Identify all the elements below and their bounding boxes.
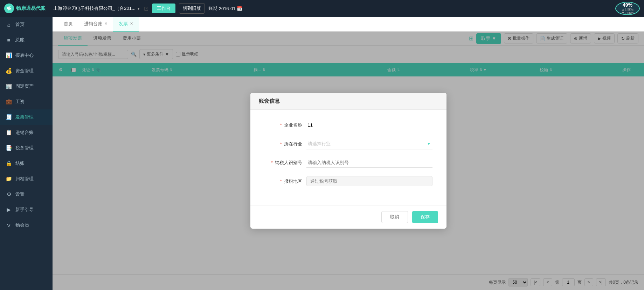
speed-percent: 49% bbox=[623, 2, 632, 8]
company-selector[interactable]: 上海卯金刀电子科技有限公司_（台201... ▼ bbox=[53, 5, 140, 12]
sidebar-label-vip: 畅会员 bbox=[15, 222, 29, 228]
account-info-modal: 账套信息 * 企业名称 bbox=[250, 93, 446, 229]
app-logo: 畅 畅康通易代账 bbox=[4, 4, 50, 13]
period-display: 账期 2016-01 📅 bbox=[208, 5, 243, 12]
sidebar-label-purchases: 进销台账 bbox=[15, 129, 34, 136]
sidebar-item-vip[interactable]: V 畅会员 bbox=[0, 217, 53, 233]
company-name-input[interactable] bbox=[306, 120, 432, 130]
period-value: 2016-01 bbox=[219, 6, 236, 11]
sidebar-label-ledger: 总账 bbox=[15, 37, 25, 43]
ledger-icon: ≡ bbox=[6, 37, 12, 43]
sidebar-item-tax[interactable]: 📑 税务管理 bbox=[0, 140, 53, 156]
report-icon: 📊 bbox=[6, 52, 12, 59]
tab-invoice-label: 发票 bbox=[119, 21, 128, 27]
industry-chevron-icon: ▼ bbox=[427, 141, 431, 146]
industry-label: * 所在行业 bbox=[264, 141, 306, 147]
tax-region-required: * bbox=[280, 178, 282, 184]
sidebar-label-settings: 设置 bbox=[15, 191, 25, 197]
main-content: 首页 进销台账 ✕ 发票 ✕ 销项发票 进项发票 费用 bbox=[53, 17, 644, 290]
sidebar-label-guide: 新手引导 bbox=[15, 207, 34, 213]
sidebar-item-report[interactable]: 📊 报表中心 bbox=[0, 48, 53, 63]
tax-id-required: * bbox=[271, 160, 273, 165]
sidebar-label-invoice: 发票管理 bbox=[15, 114, 34, 120]
tab-invoice[interactable]: 发票 ✕ bbox=[113, 17, 139, 32]
company-dropdown-icon: ▼ bbox=[137, 7, 140, 11]
workbench-button[interactable]: 工作台 bbox=[152, 4, 175, 13]
switch-version-button[interactable]: 切到旧版 bbox=[179, 3, 205, 14]
speed-up: ▲8.5K/s bbox=[622, 8, 633, 11]
sidebar-item-invoice[interactable]: 🧾 发票管理 bbox=[0, 109, 53, 125]
period-label: 账期 bbox=[208, 5, 217, 12]
sidebar-label-archive: 归档管理 bbox=[15, 176, 34, 182]
tax-id-label: * 纳税人识别号 bbox=[264, 160, 306, 166]
topbar: 畅 畅康通易代账 上海卯金刀电子科技有限公司_（台201... ▼ ⊡ 工作台 … bbox=[0, 0, 644, 17]
tax-region-label: * 报税地区 bbox=[264, 178, 306, 184]
industry-placeholder: 请选择行业 bbox=[308, 141, 331, 147]
logo-icon: 畅 bbox=[4, 4, 14, 13]
tax-region-input bbox=[306, 176, 432, 186]
tax-id-input[interactable] bbox=[306, 158, 432, 168]
topbar-separator-icon: ⊡ bbox=[144, 5, 148, 12]
tab-purchases-label: 进销台账 bbox=[84, 21, 102, 27]
sidebar-item-ledger[interactable]: ≡ 总账 bbox=[0, 32, 53, 48]
tab-purchases-close[interactable]: ✕ bbox=[104, 21, 108, 26]
app-name: 畅康通易代账 bbox=[16, 5, 46, 12]
guide-icon: ▶ bbox=[6, 207, 12, 213]
invoice-icon: 🧾 bbox=[6, 114, 12, 120]
sidebar-item-closing[interactable]: 🔒 结账 bbox=[0, 156, 53, 171]
modal-footer: 取消 保存 bbox=[250, 205, 446, 229]
topbar-right: 49% ▲8.5K/s ▼2.6K/s bbox=[615, 2, 640, 15]
tab-home[interactable]: 首页 bbox=[58, 17, 78, 32]
company-name-required: * bbox=[280, 122, 282, 128]
closing-icon: 🔒 bbox=[6, 160, 12, 167]
sidebar-label-report: 报表中心 bbox=[15, 52, 34, 59]
tax-region-row: * 报税地区 bbox=[264, 176, 432, 186]
modal-header: 账套信息 bbox=[250, 93, 446, 110]
content-area: 销项发票 进项发票 费用小票 ⊞ 取票 ▼ ⊠ 批量操作 bbox=[53, 32, 644, 290]
vip-icon: V bbox=[6, 222, 12, 228]
sidebar-label-fixed: 固定资产 bbox=[15, 83, 34, 89]
tabbar: 首页 进销台账 ✕ 发票 ✕ bbox=[53, 17, 644, 32]
tab-purchases[interactable]: 进销台账 ✕ bbox=[78, 17, 113, 32]
company-name: 上海卯金刀电子科技有限公司_（台201... bbox=[53, 5, 136, 12]
home-icon: ⌂ bbox=[6, 22, 12, 28]
sidebar-item-settings[interactable]: ⚙ 设置 bbox=[0, 187, 53, 202]
sidebar-item-funds[interactable]: 💰 资金管理 bbox=[0, 63, 53, 79]
tab-home-label: 首页 bbox=[64, 21, 73, 27]
speed-down: ▼2.6K/s bbox=[622, 11, 633, 15]
sidebar-item-home[interactable]: ⌂ 首页 bbox=[0, 17, 53, 32]
sidebar-item-purchases[interactable]: 📋 进销台账 bbox=[0, 125, 53, 140]
sidebar-label-home: 首页 bbox=[15, 21, 25, 28]
sidebar-item-salary[interactable]: 💼 工资 bbox=[0, 94, 53, 109]
salary-icon: 💼 bbox=[6, 99, 12, 105]
tab-invoice-close[interactable]: ✕ bbox=[130, 21, 133, 26]
sidebar-label-closing: 结账 bbox=[15, 160, 25, 167]
sidebar-label-funds: 资金管理 bbox=[15, 68, 34, 74]
cancel-button[interactable]: 取消 bbox=[381, 211, 408, 223]
purchases-icon: 📋 bbox=[6, 129, 12, 136]
industry-row: * 所在行业 请选择行业 ▼ bbox=[264, 139, 432, 149]
industry-select[interactable]: 请选择行业 ▼ bbox=[306, 139, 432, 149]
tax-id-row: * 纳税人识别号 bbox=[264, 158, 432, 168]
sidebar-label-salary: 工资 bbox=[15, 99, 25, 105]
fixed-icon: 🏢 bbox=[6, 83, 12, 89]
sidebar-item-guide[interactable]: ▶ 新手引导 bbox=[0, 202, 53, 217]
archive-icon: 📁 bbox=[6, 176, 12, 182]
sidebar-label-tax: 税务管理 bbox=[15, 145, 34, 151]
sidebar-item-archive[interactable]: 📁 归档管理 bbox=[0, 171, 53, 187]
modal-overlay[interactable]: 账套信息 * 企业名称 bbox=[53, 32, 644, 290]
industry-required: * bbox=[280, 141, 282, 147]
sidebar: ⌂ 首页 ≡ 总账 📊 报表中心 💰 资金管理 🏢 固定资产 💼 工资 🧾 发票… bbox=[0, 17, 53, 290]
tax-icon: 📑 bbox=[6, 145, 12, 151]
settings-icon: ⚙ bbox=[6, 191, 12, 197]
save-button[interactable]: 保存 bbox=[412, 211, 438, 223]
sidebar-item-fixed[interactable]: 🏢 固定资产 bbox=[0, 79, 53, 94]
company-name-row: * 企业名称 bbox=[264, 120, 432, 130]
speed-indicator: 49% ▲8.5K/s ▼2.6K/s bbox=[615, 2, 640, 15]
calendar-icon[interactable]: 📅 bbox=[237, 6, 242, 11]
modal-body: * 企业名称 * 所在行业 请选择行业 bbox=[250, 110, 446, 205]
modal-title: 账套信息 bbox=[259, 98, 280, 104]
funds-icon: 💰 bbox=[6, 68, 12, 74]
app-layout: ⌂ 首页 ≡ 总账 📊 报表中心 💰 资金管理 🏢 固定资产 💼 工资 🧾 发票… bbox=[0, 17, 644, 290]
company-name-label: * 企业名称 bbox=[264, 122, 306, 128]
